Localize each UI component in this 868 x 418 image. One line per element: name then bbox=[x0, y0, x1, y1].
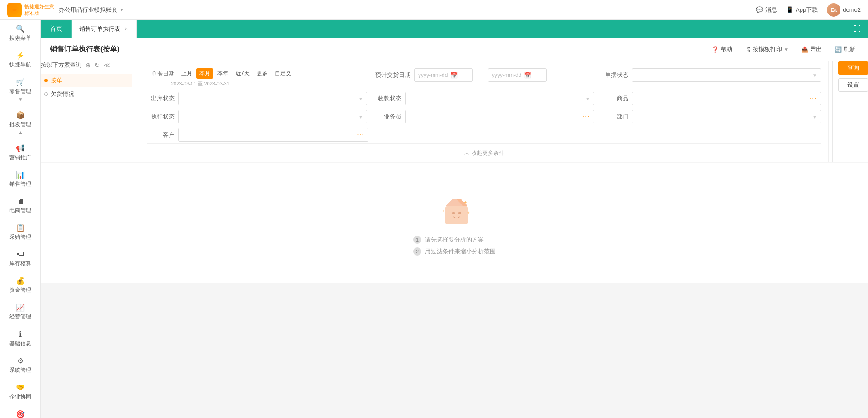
filter-form-area: 单据日期 上月 本月 本年 近7天 更多 自定义 2023 bbox=[140, 61, 829, 162]
page-content: 销售订单执行表(按单) ❓ 帮助 🖨 按模板打印 ▼ 📤 导出 bbox=[41, 38, 868, 418]
sidebar-item-retail[interactable]: 🛒 零售管理 ▼ bbox=[0, 73, 40, 106]
date-tab-last7[interactable]: 近7天 bbox=[232, 68, 253, 79]
svg-point-6 bbox=[458, 212, 461, 214]
date-tab-last-month[interactable]: 上月 bbox=[178, 68, 195, 79]
salesperson-input[interactable]: ··· bbox=[405, 110, 594, 124]
app-download-icon: 📱 bbox=[786, 6, 793, 13]
sidebar-item-sales[interactable]: 📊 销售管理 bbox=[0, 166, 40, 193]
collapse-label: 收起更多条件 bbox=[472, 149, 504, 157]
status-caret-icon: ▼ bbox=[812, 73, 817, 78]
date-tab-this-year[interactable]: 本年 bbox=[214, 68, 231, 79]
exec-status-select[interactable]: ▼ bbox=[178, 110, 367, 124]
salesperson-more-icon: ··· bbox=[583, 113, 590, 121]
sidebar-item-ecommerce[interactable]: 🖥 电商管理 bbox=[0, 193, 40, 219]
step-2-num: 2 bbox=[413, 247, 421, 256]
filter-panel: 按以下方案查询 ⊕ ↻ ≪ 按单 欠货情况 bbox=[41, 61, 868, 162]
tab-active[interactable]: 销售订单执行表 × bbox=[72, 20, 137, 38]
filter-nav-by-debt[interactable]: 欠货情况 bbox=[41, 87, 132, 101]
sidebar-item-newbie[interactable]: 🎯 新手引导 bbox=[0, 405, 40, 418]
search-settings-area: 查询 设置 bbox=[832, 61, 868, 162]
empty-step-2-text: 用过滤条件来缩小分析范围 bbox=[425, 247, 495, 256]
message-btn[interactable]: 💬 消息 bbox=[756, 6, 777, 14]
sidebar-item-purchase[interactable]: 📋 采购管理 bbox=[0, 219, 40, 246]
marketing-icon: 📢 bbox=[16, 144, 25, 152]
sidebar-item-operation[interactable]: 📈 经营管理 bbox=[0, 299, 40, 325]
refresh-scheme-icon[interactable]: ↻ bbox=[94, 62, 100, 69]
tab-bar-right: － ⛶ bbox=[832, 20, 868, 38]
exec-status-label: 执行状态 bbox=[147, 113, 175, 121]
export-btn[interactable]: 📤 导出 bbox=[797, 43, 826, 55]
empty-illustration: ✦ ✦ ✦ bbox=[436, 190, 472, 227]
svg-text:✦: ✦ bbox=[467, 211, 470, 215]
refresh-btn[interactable]: 🔄 刷新 bbox=[831, 43, 859, 55]
message-icon: 💬 bbox=[756, 6, 763, 13]
filter-left: 按以下方案查询 ⊕ ↻ ≪ 按单 欠货情况 bbox=[41, 61, 140, 162]
expected-delivery-start[interactable]: yyyy-mm-dd 📅 bbox=[414, 68, 473, 82]
user-area[interactable]: Ea demo2 bbox=[827, 3, 861, 17]
tab-minimize-btn[interactable]: － bbox=[837, 23, 848, 36]
expand-arrow-icon: ▲ bbox=[19, 130, 23, 135]
svg-rect-1 bbox=[445, 206, 468, 224]
salesperson-label: 业务员 bbox=[374, 113, 401, 121]
sidebar-item-marketing[interactable]: 📢 营销推广 bbox=[0, 139, 40, 166]
retail-icon: 🛒 bbox=[16, 78, 25, 86]
customer-input[interactable]: ··· bbox=[178, 128, 368, 142]
sidebar-item-label: 销售管理 bbox=[9, 180, 31, 188]
tab-expand-btn[interactable]: ⛶ bbox=[852, 23, 863, 35]
status-label: 单据状态 bbox=[601, 71, 628, 79]
delivery-status-select[interactable]: ▼ bbox=[178, 92, 367, 105]
expected-delivery-end[interactable]: yyyy-mm-dd 📅 bbox=[488, 68, 547, 82]
exec-status-group: 执行状态 ▼ bbox=[147, 110, 367, 124]
date-tab-this-month[interactable]: 本月 bbox=[196, 68, 213, 79]
customer-group: 客户 ··· bbox=[147, 128, 368, 142]
empty-step-2: 2 用过滤条件来缩小分析范围 bbox=[413, 247, 495, 256]
collapse-btn[interactable]: ︿ 收起更多条件 bbox=[459, 147, 509, 159]
sidebar-item-inventory[interactable]: 🏷 库存核算 bbox=[0, 246, 40, 272]
sidebar-item-basic[interactable]: ℹ 基础信息 bbox=[0, 325, 40, 352]
date-tab-more[interactable]: 更多 bbox=[254, 68, 271, 79]
filter-nav-by-order[interactable]: 按单 bbox=[41, 74, 132, 87]
user-name: demo2 bbox=[843, 6, 861, 13]
sidebar-item-label: 采购管理 bbox=[9, 233, 31, 241]
goods-group: 商品 ··· bbox=[601, 92, 821, 105]
salesperson-group: 业务员 ··· bbox=[374, 110, 594, 124]
sidebar-item-finance[interactable]: 💰 资金管理 bbox=[0, 272, 40, 299]
sidebar-item-quick-nav[interactable]: ⚡ 快捷导航 bbox=[0, 47, 40, 73]
date-end-placeholder: yyyy-mm-dd bbox=[492, 72, 521, 78]
print-chevron-icon: ▼ bbox=[784, 47, 788, 52]
date-tab-custom[interactable]: 自定义 bbox=[272, 68, 294, 79]
sidebar-item-label: 企业协同 bbox=[9, 393, 31, 401]
status-select[interactable]: ▼ bbox=[632, 68, 821, 82]
payment-status-select[interactable]: ▼ bbox=[405, 92, 594, 105]
sidebar-item-system[interactable]: ⚙ 系统管理 bbox=[0, 352, 40, 379]
collapse-scheme-icon[interactable]: ≪ bbox=[104, 62, 110, 69]
tab-close-btn[interactable]: × bbox=[124, 25, 129, 33]
search-btn[interactable]: 查询 bbox=[838, 61, 868, 75]
goods-input[interactable]: ··· bbox=[632, 92, 821, 105]
enterprise-selector[interactable]: 办公用品行业模拟账套 ▼ bbox=[59, 6, 124, 14]
add-scheme-icon[interactable]: ⊕ bbox=[85, 62, 91, 69]
logo-area: 畅捷通好生意 标准版 bbox=[7, 3, 54, 17]
sidebar-item-cooperation[interactable]: 🤝 企业协同 bbox=[0, 379, 40, 405]
payment-caret-icon: ▼ bbox=[585, 96, 590, 101]
expand-arrow-icon: ▼ bbox=[19, 97, 23, 102]
dept-select[interactable]: ▼ bbox=[632, 110, 821, 124]
app-download-btn[interactable]: 📱 App下载 bbox=[786, 6, 818, 14]
export-icon: 📤 bbox=[801, 46, 808, 53]
tab-home-label: 首页 bbox=[50, 25, 62, 33]
customer-more-icon: ··· bbox=[357, 131, 364, 139]
message-label: 消息 bbox=[765, 6, 777, 14]
settings-btn[interactable]: 设置 bbox=[838, 78, 868, 92]
page-actions: ❓ 帮助 🖨 按模板打印 ▼ 📤 导出 🔄 刷新 bbox=[708, 43, 859, 55]
inactive-dot-icon bbox=[44, 92, 48, 96]
template-print-btn[interactable]: 🖨 按模板打印 ▼ bbox=[741, 43, 792, 55]
cooperation-icon: 🤝 bbox=[16, 383, 25, 392]
tab-home[interactable]: 首页 bbox=[41, 20, 72, 38]
delivery-status-label: 出库状态 bbox=[147, 95, 175, 103]
app-body: 🔍 搜索菜单 ⚡ 快捷导航 🛒 零售管理 ▼ 📦 批发管理 ▲ 📢 营销推广 📊… bbox=[0, 20, 868, 418]
help-btn[interactable]: ❓ 帮助 bbox=[708, 43, 736, 55]
sidebar-item-search-menu[interactable]: 🔍 搜索菜单 bbox=[0, 20, 40, 47]
exec-caret-icon: ▼ bbox=[359, 114, 363, 119]
goods-label: 商品 bbox=[601, 95, 628, 103]
sidebar-item-wholesale[interactable]: 📦 批发管理 ▲ bbox=[0, 106, 40, 139]
